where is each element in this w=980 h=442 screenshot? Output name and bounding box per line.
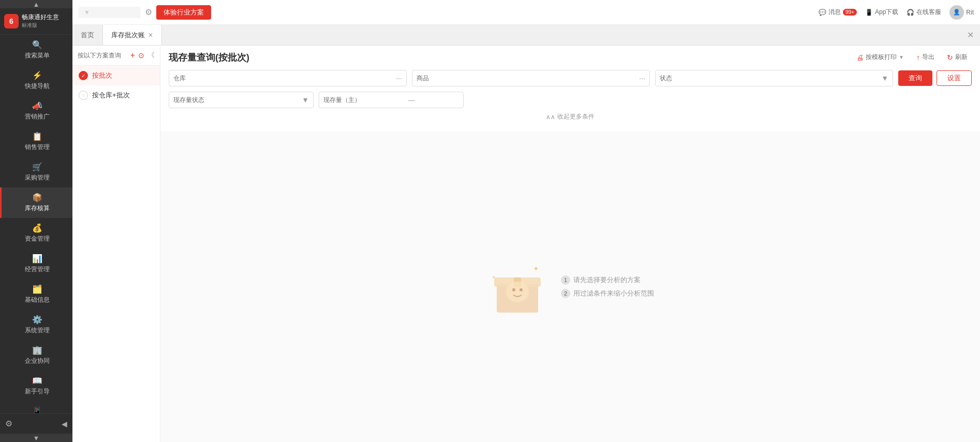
sidebar-header: 6 畅康通好生意 标准版 <box>0 8 72 35</box>
sidebar-item-label: 基础信息 <box>25 296 50 304</box>
print-template-button[interactable]: 🖨 按模板打印 ▼ <box>852 51 908 64</box>
sidebar-item-app[interactable]: 📱 应用中心 <box>0 401 72 413</box>
collapse-up-icon: ∧∧ <box>546 113 555 121</box>
filter-area: 仓库 ··· 商品 ··· 状态 ▼ 查询 <box>160 64 980 131</box>
export-label: 导出 <box>922 53 934 62</box>
topbar-app-download[interactable]: 📱 App下载 <box>865 8 898 17</box>
sidebar-nav: 🔍 搜索菜单 ⚡ 快捷导航 📣 营销推广 📋 销售管理 🛒 采购管理 📦 库存核… <box>0 35 72 413</box>
sidebar-item-label: 企业协同 <box>25 357 50 365</box>
stock-status-dropdown-icon[interactable]: ▼ <box>302 96 309 104</box>
basic-icon: 🗂️ <box>32 284 42 294</box>
sidebar-item-label: 新手引导 <box>25 387 50 396</box>
tabbar: 首页 库存批次账 ✕ ✕ <box>72 25 980 46</box>
sidebar-item-label: 经营管理 <box>25 265 50 274</box>
topbar-user[interactable]: 👤 Rit <box>949 5 974 20</box>
marketing-icon: 📣 <box>32 101 42 111</box>
product-filter[interactable]: 商品 ··· <box>412 70 650 86</box>
refresh-label: 刷新 <box>955 53 968 62</box>
warehouse-dots[interactable]: ··· <box>396 74 402 82</box>
scheme-item-label: 按仓库+批次 <box>92 91 130 100</box>
scheme-settings-icon[interactable]: ⊙ <box>138 51 144 60</box>
scheme-panel-header: 按以下方案查询 + ⊙ 《 <box>72 46 160 66</box>
collapse-icon[interactable]: ◀ <box>62 420 67 428</box>
scheme-panel: 按以下方案查询 + ⊙ 《 ✓ 按批次 ○ 按仓库+批次 <box>72 46 160 442</box>
tab-inventory-batch[interactable]: 库存批次账 ✕ <box>103 25 162 45</box>
sidebar-item-purchase[interactable]: 🛒 采购管理 <box>0 157 72 187</box>
product-dots[interactable]: ··· <box>639 74 645 82</box>
hint-text-1: 请先选择要分析的方案 <box>573 275 641 285</box>
scheme-item-by-warehouse-batch[interactable]: ○ 按仓库+批次 <box>72 85 160 105</box>
sidebar: ▲ 6 畅康通好生意 标准版 🔍 搜索菜单 ⚡ 快捷导航 📣 营销推广 📋 销售… <box>0 0 72 442</box>
enterprise-icon: 🏢 <box>32 345 42 355</box>
filter-actions: 查询 设置 <box>898 70 972 86</box>
export-icon: ↑ <box>916 53 920 62</box>
empty-hint-2: 2 用过滤条件来缩小分析范围 <box>561 289 654 298</box>
warehouse-filter[interactable]: 仓库 ··· <box>169 70 407 86</box>
purchase-icon: 🛒 <box>32 162 42 172</box>
tab-home[interactable]: 首页 <box>72 25 103 45</box>
status-filter[interactable]: 状态 ▼ <box>655 70 893 86</box>
status-dropdown-icon[interactable]: ▼ <box>881 74 888 82</box>
topbar-search-box[interactable]: ▼ <box>79 7 141 18</box>
sidebar-item-operations[interactable]: 📊 经营管理 <box>0 248 72 279</box>
hint-number-1: 1 <box>561 275 570 285</box>
refresh-icon: ↻ <box>947 53 953 62</box>
collapse-filters-button[interactable]: ∧∧ 收起更多条件 <box>169 108 972 125</box>
tab-close-all-button[interactable]: ✕ <box>961 30 980 40</box>
empty-illustration: ✦ ✦ <box>486 256 548 318</box>
page-toolbar: 🖨 按模板打印 ▼ ↑ 导出 ↻ 刷新 <box>852 51 972 64</box>
empty-hint-1: 1 请先选择要分析的方案 <box>561 275 654 285</box>
topbar-actions: 💬 消息 99+ 📱 App下载 🎧 在线客服 👤 Rit <box>819 5 974 20</box>
sidebar-item-enterprise[interactable]: 🏢 企业协同 <box>0 340 72 371</box>
search-icon: 🔍 <box>32 40 42 50</box>
export-button[interactable]: ↑ 导出 <box>912 51 939 64</box>
experience-industry-button[interactable]: 体验行业方案 <box>156 5 211 20</box>
sidebar-item-inventory[interactable]: 📦 库存核算 <box>0 187 72 218</box>
empty-state: ✦ ✦ 1 请先选择要分析的方案 2 用过滤条件来缩小分析范围 <box>160 131 980 442</box>
tab-inventory-batch-label: 库存批次账 <box>111 31 145 40</box>
topbar-settings-icon[interactable]: ⚙ <box>145 7 152 17</box>
stock-status-filter[interactable]: 现存量状态 ▼ <box>169 92 314 108</box>
sidebar-scroll-down[interactable]: ▼ <box>0 434 72 442</box>
settings-button[interactable]: 设置 <box>937 70 972 86</box>
warehouse-label: 仓库 <box>173 74 186 83</box>
svg-point-3 <box>506 282 529 302</box>
scheme-collapse-icon[interactable]: 《 <box>147 51 155 60</box>
topbar-online-service[interactable]: 🎧 在线客服 <box>907 8 941 17</box>
sidebar-item-label: 采购管理 <box>25 173 50 182</box>
app-icon: 📱 <box>32 406 42 413</box>
system-icon: ⚙️ <box>32 315 42 325</box>
scheme-item-label: 按批次 <box>92 71 112 80</box>
collapse-label: 收起更多条件 <box>557 112 595 121</box>
topbar: ▼ ⚙ 体验行业方案 💬 消息 99+ 📱 App下载 🎧 在线客服 👤 <box>72 0 980 25</box>
settings-icon[interactable]: ⚙ <box>5 419 12 429</box>
tab-close-icon[interactable]: ✕ <box>148 32 153 38</box>
sidebar-item-sales[interactable]: 📋 销售管理 <box>0 126 72 157</box>
headset-icon: 🎧 <box>907 9 914 16</box>
sidebar-item-basic[interactable]: 🗂️ 基础信息 <box>0 279 72 310</box>
sidebar-logo: 6 <box>4 14 19 28</box>
sidebar-item-system[interactable]: ⚙️ 系统管理 <box>0 310 72 340</box>
sidebar-item-guide[interactable]: 📖 新手引导 <box>0 371 72 401</box>
status-label: 状态 <box>660 74 672 83</box>
sidebar-scroll-up[interactable]: ▲ <box>0 0 72 8</box>
close-all-icon: ✕ <box>967 30 974 40</box>
sidebar-company: 畅康通好生意 <box>22 13 59 22</box>
svg-text:✦: ✦ <box>533 264 539 273</box>
filter-row-1: 仓库 ··· 商品 ··· 状态 ▼ 查询 <box>169 70 972 86</box>
scheme-add-icon[interactable]: + <box>130 51 135 60</box>
sidebar-item-finance[interactable]: 💰 资金管理 <box>0 218 72 248</box>
sidebar-item-marketing[interactable]: 📣 营销推广 <box>0 96 72 126</box>
sidebar-item-search[interactable]: 🔍 搜索菜单 <box>0 35 72 65</box>
print-icon: 🖨 <box>856 53 864 62</box>
sidebar-edition: 标准版 <box>22 22 59 29</box>
sidebar-item-quick-nav[interactable]: ⚡ 快捷导航 <box>0 65 72 96</box>
query-button[interactable]: 查询 <box>898 70 932 86</box>
empty-svg: ✦ ✦ <box>486 256 548 318</box>
topbar-messages[interactable]: 💬 消息 99+ <box>819 8 857 17</box>
stock-qty-filter[interactable]: 现存量（主） — <box>319 92 464 108</box>
refresh-button[interactable]: ↻ 刷新 <box>943 51 972 64</box>
messages-badge: 99+ <box>843 9 857 16</box>
hint-number-2: 2 <box>561 289 570 298</box>
scheme-item-by-batch[interactable]: ✓ 按批次 <box>72 66 160 85</box>
